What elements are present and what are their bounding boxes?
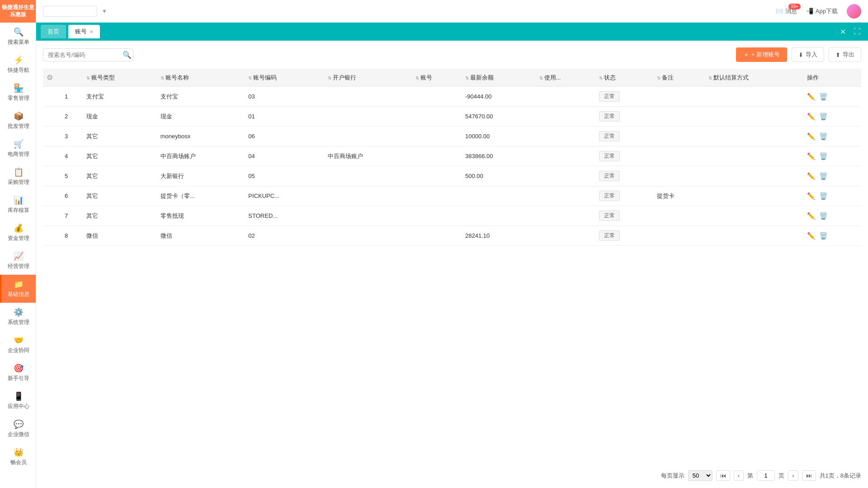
cell-account-name: 大新银行 (157, 166, 245, 186)
sidebar-item-ecommerce-mgmt[interactable]: 🛒 电商管理 (0, 135, 36, 163)
sidebar-item-inventory[interactable]: 📊 库存核算 (0, 191, 36, 219)
app-icon: 📲 (806, 8, 813, 14)
search-button[interactable]: 🔍 (123, 51, 132, 59)
col-account-name[interactable]: ⇅账号名称 (157, 69, 245, 87)
delete-button[interactable]: 🗑️ (819, 93, 828, 101)
status-badge: 正常 (599, 211, 620, 221)
sidebar-item-sys-mgmt[interactable]: ⚙️ 系统管理 (0, 303, 36, 331)
edit-button[interactable]: ✏️ (807, 212, 816, 220)
delete-button[interactable]: 🗑️ (819, 172, 828, 180)
cell-index: 2 (61, 107, 83, 127)
sidebar-item-label: 系统管理 (8, 319, 29, 326)
status-badge: 正常 (599, 151, 620, 161)
sidebar-item-wholesale-mgmt[interactable]: 📦 批发管理 (0, 107, 36, 135)
sidebar-item-retail-mgmt[interactable]: 🏪 零售管理 (0, 79, 36, 107)
cell-account-type: 其它 (83, 146, 157, 166)
last-page-button[interactable]: ⏭ (802, 470, 816, 481)
col-usage[interactable]: ⇅使用... (536, 69, 595, 87)
delete-button[interactable]: 🗑️ (819, 192, 828, 200)
search-input[interactable] (43, 48, 133, 61)
cell-index: 8 (61, 226, 83, 246)
sidebar-item-enterprise-wechat[interactable]: 💬 企业微信 (0, 415, 36, 443)
delete-button[interactable]: 🗑️ (819, 113, 828, 121)
col-status[interactable]: ⇅状态 (595, 69, 653, 87)
export-button[interactable]: ⬆ 导出 (829, 47, 861, 62)
tab-expand-btn[interactable]: ⛶ (851, 27, 863, 37)
delete-button[interactable]: 🗑️ (819, 212, 828, 220)
col-bank[interactable]: ⇅开户银行 (324, 69, 412, 87)
tab-home[interactable]: 首页 (41, 25, 66, 38)
col-account-code[interactable]: ⇅账号编码 (245, 69, 324, 87)
message-button[interactable]: ✉️ 消息 99+ (776, 7, 797, 15)
app-download-button[interactable]: 📲 App下载 (806, 7, 838, 15)
sidebar-item-beginner-guide[interactable]: 🎯 新手引导 (0, 359, 36, 387)
cell-remark (653, 127, 705, 146)
cell-account-no (412, 107, 462, 127)
delete-button[interactable]: 🗑️ (819, 152, 828, 160)
page-size-select[interactable]: 50 100 200 (688, 470, 712, 481)
column-settings-icon[interactable]: ⚙ (47, 74, 53, 81)
sidebar-item-search-menu[interactable]: 🔍 搜索菜单 (0, 23, 36, 51)
main-area: ▼ ✉️ 消息 99+ 📲 App下载 首页 账号 ✕ ✕ (36, 0, 868, 488)
dropdown-arrow-icon[interactable]: ▼ (102, 8, 107, 14)
import-icon: ⬇ (798, 52, 803, 58)
avatar[interactable] (847, 4, 861, 19)
cell-remark (653, 146, 705, 166)
top-header: ▼ ✉️ 消息 99+ 📲 App下载 (36, 0, 868, 23)
cell-index: 7 (61, 206, 83, 226)
cell-operation: ✏️ 🗑️ (803, 127, 861, 146)
cell-default-settle (705, 166, 803, 186)
next-page-button[interactable]: › (788, 470, 798, 481)
member-icon: 👑 (14, 447, 24, 457)
sidebar-item-label: 批发管理 (8, 122, 29, 130)
cell-account-no (412, 226, 462, 246)
cell-account-name: 现金 (157, 107, 245, 127)
sidebar-item-label: 零售管理 (8, 94, 29, 102)
tab-close-icon[interactable]: ✕ (90, 29, 93, 34)
cell-account-name: 零售抵现 (157, 206, 245, 226)
import-button[interactable]: ⬇ 导入 (792, 47, 824, 62)
sidebar-item-label: 应用中心 (8, 403, 29, 410)
sidebar-item-basic-info[interactable]: 📁 基础信息 (0, 275, 36, 303)
first-page-button[interactable]: ⏮ (716, 470, 730, 481)
cell-account-no (412, 127, 462, 146)
cell-operation: ✏️ 🗑️ (803, 166, 861, 186)
edit-button[interactable]: ✏️ (807, 113, 816, 121)
cell-latest-balance: -90444.00 (462, 87, 536, 107)
delete-button[interactable]: 🗑️ (819, 132, 828, 141)
top-search-input[interactable] (43, 6, 97, 17)
edit-button[interactable]: ✏️ (807, 93, 816, 101)
sidebar-item-enterprise-agreement[interactable]: 🤝 企业协同 (0, 331, 36, 359)
cell-default-settle (705, 226, 803, 246)
sidebar-item-purchase-mgmt[interactable]: 📋 采购管理 (0, 163, 36, 191)
ops-icon: 📈 (14, 251, 24, 261)
sidebar-item-app-center[interactable]: 📱 应用中心 (0, 387, 36, 415)
header-left: ▼ (43, 6, 107, 17)
add-account-button[interactable]: ＋ + 新增账号 (736, 47, 787, 62)
sidebar-item-quick-nav[interactable]: ⚡ 快捷导航 (0, 51, 36, 79)
col-remark[interactable]: ⇅备注 (653, 69, 705, 87)
prev-page-button[interactable]: ‹ (734, 470, 744, 481)
cell-index: 3 (61, 127, 83, 146)
cell-account-code: PICKUPC... (245, 186, 324, 206)
col-default-settle[interactable]: ⇅默认结算方式 (705, 69, 803, 87)
sidebar-item-member[interactable]: 👑 畅会员 (0, 443, 36, 471)
tab-account[interactable]: 账号 ✕ (68, 25, 100, 38)
edit-button[interactable]: ✏️ (807, 172, 816, 180)
cell-usage (536, 206, 595, 226)
tab-close-btn[interactable]: ✕ (837, 27, 849, 37)
delete-button[interactable]: 🗑️ (819, 232, 828, 240)
edit-button[interactable]: ✏️ (807, 192, 816, 200)
col-account-no[interactable]: ⇅账号 (412, 69, 462, 87)
cell-remark (653, 166, 705, 186)
edit-button[interactable]: ✏️ (807, 232, 816, 240)
edit-button[interactable]: ✏️ (807, 132, 816, 141)
action-buttons: ＋ + 新增账号 ⬇ 导入 ⬆ 导出 (736, 47, 861, 62)
col-account-type[interactable]: ⇅账号类型 (83, 69, 157, 87)
edit-button[interactable]: ✏️ (807, 152, 816, 160)
sidebar-item-ops-mgmt[interactable]: 📈 经营管理 (0, 247, 36, 275)
sidebar-item-label: 库存核算 (8, 206, 29, 214)
page-input[interactable] (757, 470, 775, 481)
col-latest-balance[interactable]: ⇅最新余额 (462, 69, 536, 87)
sidebar-item-capital-mgmt[interactable]: 💰 资金管理 (0, 219, 36, 247)
